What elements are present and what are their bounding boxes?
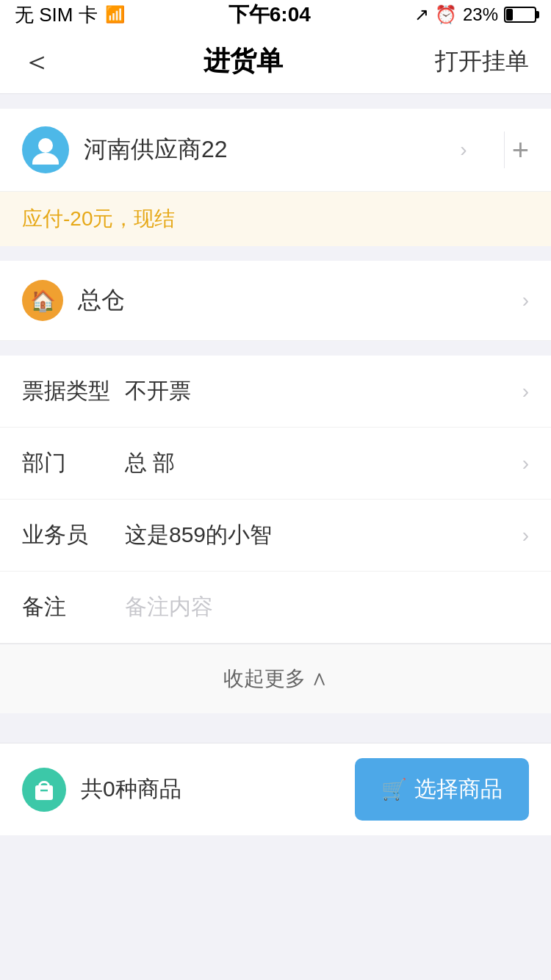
- supplier-card: 河南供应商22 › + 应付-20元，现结: [0, 109, 551, 246]
- supplier-chevron-icon: ›: [460, 138, 467, 162]
- svg-point-1: [32, 153, 59, 165]
- salesman-label: 业务员: [22, 520, 125, 550]
- warehouse-label: 总仓: [78, 284, 522, 317]
- wifi-icon: 📶: [105, 5, 125, 24]
- status-right: ↗ ⏰ 23%: [414, 4, 536, 25]
- collapse-label: 收起更多 ∧: [223, 665, 328, 693]
- invoice-row[interactable]: 票据类型 不开票 ›: [0, 356, 551, 428]
- add-supplier-button[interactable]: +: [512, 134, 529, 167]
- supplier-avatar: [22, 126, 69, 173]
- dept-label: 部门: [22, 448, 125, 478]
- warning-text: 应付-20元，现结: [22, 207, 175, 230]
- note-input[interactable]: 备注内容: [125, 592, 529, 622]
- alarm-icon: ⏰: [435, 4, 457, 25]
- salesman-chevron-icon: ›: [522, 524, 529, 547]
- dept-chevron-icon: ›: [522, 452, 529, 475]
- status-bar: 无 SIM 卡 📶 下午6:04 ↗ ⏰ 23%: [0, 0, 551, 29]
- vertical-divider: [504, 131, 505, 168]
- dept-row[interactable]: 部门 总 部 ›: [0, 428, 551, 500]
- select-product-label: 选择商品: [414, 774, 503, 804]
- select-product-button[interactable]: 🛒 选择商品: [355, 758, 529, 821]
- shopping-bag-icon: [31, 777, 57, 803]
- salesman-row[interactable]: 业务员 这是859的小智 ›: [0, 500, 551, 572]
- house-icon: 🏠: [30, 289, 56, 313]
- avatar-person-icon: [31, 135, 60, 165]
- supplier-name: 河南供应商22: [84, 134, 460, 166]
- divider-2: [0, 341, 551, 356]
- product-icon-bg: [22, 768, 66, 812]
- battery-percentage: 23%: [463, 4, 498, 25]
- supplier-row[interactable]: 河南供应商22 › +: [0, 109, 551, 192]
- cart-icon: 🛒: [381, 777, 407, 801]
- salesman-value: 这是859的小智: [125, 520, 522, 550]
- invoice-value: 不开票: [125, 376, 522, 406]
- status-time: 下午6:04: [228, 1, 311, 29]
- status-left: 无 SIM 卡 📶: [15, 2, 125, 28]
- location-icon: ↗: [414, 4, 429, 25]
- dept-value: 总 部: [125, 448, 522, 478]
- back-button[interactable]: ＜: [22, 41, 51, 82]
- battery-icon: [504, 7, 536, 23]
- carrier-label: 无 SIM 卡: [15, 2, 98, 28]
- warehouse-row[interactable]: 🏠 总仓 ›: [0, 261, 551, 341]
- top-divider: [0, 94, 551, 109]
- nav-bar: ＜ 进货单 打开挂单: [0, 29, 551, 94]
- invoice-label: 票据类型: [22, 376, 125, 406]
- open-pending-button[interactable]: 打开挂单: [435, 46, 529, 78]
- warehouse-card: 🏠 总仓 ›: [0, 261, 551, 341]
- fields-card: 票据类型 不开票 › 部门 总 部 › 业务员 这是859的小智 › 备注 备注…: [0, 356, 551, 713]
- warehouse-chevron-icon: ›: [522, 289, 529, 312]
- svg-rect-2: [35, 785, 53, 800]
- divider-3: [0, 713, 551, 728]
- note-label: 备注: [22, 592, 125, 622]
- collapse-button[interactable]: 收起更多 ∧: [0, 644, 551, 713]
- svg-point-0: [38, 138, 53, 153]
- page-title: 进货单: [204, 43, 283, 79]
- divider-1: [0, 246, 551, 261]
- invoice-chevron-icon: ›: [522, 380, 529, 403]
- bottom-bar: 共0种商品 🛒 选择商品: [0, 743, 551, 835]
- note-row[interactable]: 备注 备注内容: [0, 572, 551, 644]
- product-count: 共0种商品: [81, 774, 355, 804]
- warning-banner: 应付-20元，现结: [0, 192, 551, 246]
- warehouse-icon-bg: 🏠: [22, 280, 63, 321]
